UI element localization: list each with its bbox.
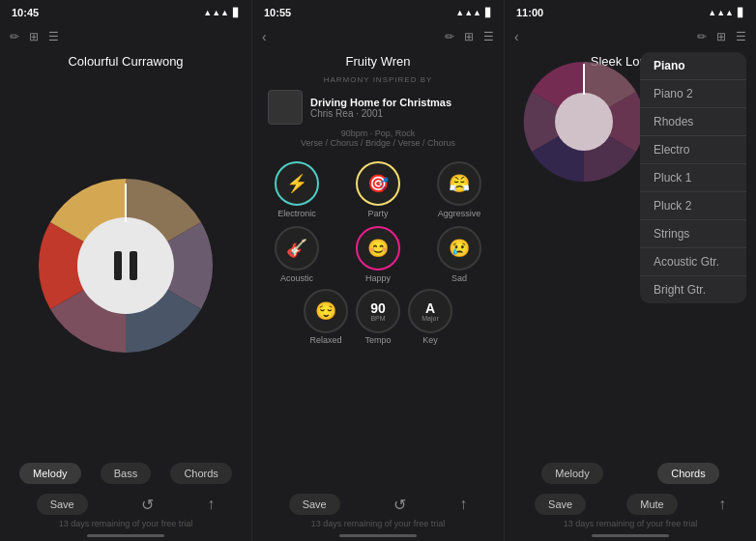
instrument-piano2[interactable]: Piano 2 — [640, 80, 746, 108]
tempo-unit: BPM — [370, 315, 385, 322]
save-button-2[interactable]: Save — [289, 494, 340, 515]
key-value: A — [425, 301, 435, 315]
mood-circle-acoustic[interactable]: 🎸 — [275, 226, 319, 270]
share-icon-1[interactable]: ↑ — [207, 496, 215, 513]
mood-grid: ⚡ Electronic 🎯 Party 😤 Aggressive 🎸 — [252, 161, 504, 283]
song-title: Driving Home for Christmas — [310, 97, 488, 108]
status-icons-1: ▲▲▲ ▊ — [203, 8, 240, 17]
tempo-key-row: 😌 Relaxed 90 BPM Tempo A Major Key — [252, 289, 504, 345]
relaxed-circle[interactable]: 😌 — [304, 289, 348, 333]
trial-text-2: 13 days remaining of your free trial — [252, 517, 504, 532]
wifi-icon-2: ▲▲▲ — [455, 8, 481, 17]
time-1: 10:45 — [12, 7, 39, 18]
instrument-strings[interactable]: Strings — [640, 220, 746, 248]
svg-point-0 — [555, 93, 613, 151]
save-button-1[interactable]: Save — [37, 494, 88, 515]
mood-circle-aggressive[interactable]: 😤 — [437, 161, 481, 206]
bottom-actions-1: Save ↺ ↑ — [0, 490, 251, 517]
song-meta: 90bpm · Pop, Rock Verse / Chorus / Bridg… — [268, 128, 488, 148]
status-bar-3: 11:00 ▲▲▲ ▊ — [505, 0, 756, 21]
mood-label-aggressive: Aggressive — [438, 209, 481, 218]
mood-label-acoustic: Acoustic — [280, 273, 313, 283]
instrument-acoustic-gtr[interactable]: Acoustic Gtr. — [640, 248, 746, 276]
screen-title-1: Colourful Currawong — [68, 54, 183, 69]
home-indicator-2 — [339, 534, 417, 537]
time-3: 11:00 — [516, 7, 543, 18]
trial-text-1: 13 days remaining of your free trial — [0, 517, 251, 532]
mood-label-happy: Happy — [365, 273, 391, 283]
bass-tab-1[interactable]: Bass — [101, 463, 151, 484]
party-icon: 🎯 — [367, 173, 389, 194]
relaxed-label: Relaxed — [309, 335, 341, 345]
melody-tab-3[interactable]: Melody — [541, 463, 602, 484]
back-icon-2[interactable]: ‹ — [262, 29, 267, 44]
acoustic-icon: 🎸 — [286, 238, 307, 259]
instrument-pluck1[interactable]: Pluck 1 — [640, 164, 746, 192]
reset-icon-1[interactable]: ↺ — [141, 496, 154, 514]
pen-icon-2[interactable]: ✏ — [445, 30, 454, 43]
mood-circle-happy[interactable]: 😊 — [356, 226, 400, 270]
mute-button-3[interactable]: Mute — [626, 494, 677, 515]
mood-electronic: ⚡ Electronic — [260, 161, 334, 218]
menu-icon-2[interactable]: ☰ — [483, 30, 494, 43]
melody-tab-1[interactable]: Melody — [19, 463, 80, 484]
status-icons-3: ▲▲▲ ▊ — [708, 8, 744, 17]
share-icon-3[interactable]: ↑ — [718, 496, 726, 513]
screen-title-2: Fruity Wren — [346, 54, 411, 69]
key-circle[interactable]: A Major — [408, 289, 452, 333]
grid-icon-2[interactable]: ⊞ — [464, 30, 474, 43]
lightning-icon: ⚡ — [286, 173, 307, 194]
grid-icon-3[interactable]: ⊞ — [716, 30, 726, 43]
back-icon-3[interactable]: ‹ — [514, 29, 519, 44]
song-artist: Chris Rea · 2001 — [310, 108, 488, 119]
header-1: ✏ ⊞ ☰ — [0, 21, 251, 52]
screen-2: 10:55 ▲▲▲ ▊ ‹ ✏ ⊞ ☰ Fruity Wren HARMONY … — [252, 0, 505, 541]
menu-icon-3[interactable]: ☰ — [736, 30, 746, 43]
grid-icon-1[interactable]: ⊞ — [29, 30, 39, 43]
pen-icon-3[interactable]: ✏ — [697, 30, 707, 43]
chords-tab-3[interactable]: Chords — [657, 463, 718, 484]
tempo-value: 90 — [370, 301, 386, 315]
wifi-icon-1: ▲▲▲ — [203, 8, 229, 17]
status-icons-2: ▲▲▲ ▊ — [455, 8, 492, 17]
home-indicator-1 — [87, 534, 164, 537]
share-icon-2[interactable]: ↑ — [459, 496, 467, 513]
chords-tab-1[interactable]: Chords — [170, 463, 231, 484]
mood-circle-electronic[interactable]: ⚡ — [275, 161, 319, 206]
bottom-actions-2: Save ↺ ↑ — [252, 490, 504, 517]
tempo-circle[interactable]: 90 BPM — [356, 289, 400, 333]
pause-left — [114, 251, 122, 280]
instrument-rhodes[interactable]: Rhodes — [640, 108, 746, 136]
reset-icon-2[interactable]: ↺ — [393, 496, 406, 514]
mood-label-party: Party — [367, 209, 388, 218]
instrument-piano[interactable]: Piano — [640, 52, 746, 80]
menu-icon-1[interactable]: ☰ — [48, 30, 59, 43]
status-bar-1: 10:45 ▲▲▲ ▊ — [0, 0, 251, 21]
instrument-electro[interactable]: Electro — [640, 136, 746, 164]
instrument-bright-gtr[interactable]: Bright Gtr. — [640, 276, 746, 303]
status-bar-2: 10:55 ▲▲▲ ▊ — [252, 0, 504, 21]
battery-icon-2: ▊ — [485, 8, 492, 17]
tempo-label: Tempo — [364, 335, 391, 345]
trial-text-3: 13 days remaining of your free trial — [505, 517, 756, 532]
key-label: Key — [422, 335, 438, 345]
save-button-3[interactable]: Save — [535, 494, 586, 515]
s3-wheel-svg — [514, 52, 654, 192]
wheel-svg-1 — [19, 159, 232, 372]
wheel-container-1 — [0, 73, 251, 457]
instrument-dropdown: Piano Piano 2 Rhodes Electro Pluck 1 Plu… — [640, 52, 746, 303]
pen-icon-1[interactable]: ✏ — [10, 30, 19, 43]
header-3: ‹ ✏ ⊞ ☰ — [505, 21, 756, 52]
header-right-icons-3: ✏ ⊞ ☰ — [697, 30, 746, 43]
song-thumbnail — [268, 90, 303, 125]
aggressive-icon: 😤 — [449, 173, 470, 194]
relaxed-item: 😌 Relaxed — [304, 289, 348, 345]
mood-label-sad: Sad — [451, 273, 467, 283]
header-left-icons-1: ✏ ⊞ ☰ — [10, 30, 59, 43]
bottom-actions-3: Save Mute ↑ — [505, 490, 756, 517]
mood-circle-party[interactable]: 🎯 — [356, 161, 400, 206]
header-right-icons-2: ✏ ⊞ ☰ — [445, 30, 494, 43]
instrument-pluck2[interactable]: Pluck 2 — [640, 192, 746, 220]
mood-acoustic: 🎸 Acoustic — [260, 226, 334, 283]
mood-circle-sad[interactable]: 😢 — [437, 226, 481, 270]
